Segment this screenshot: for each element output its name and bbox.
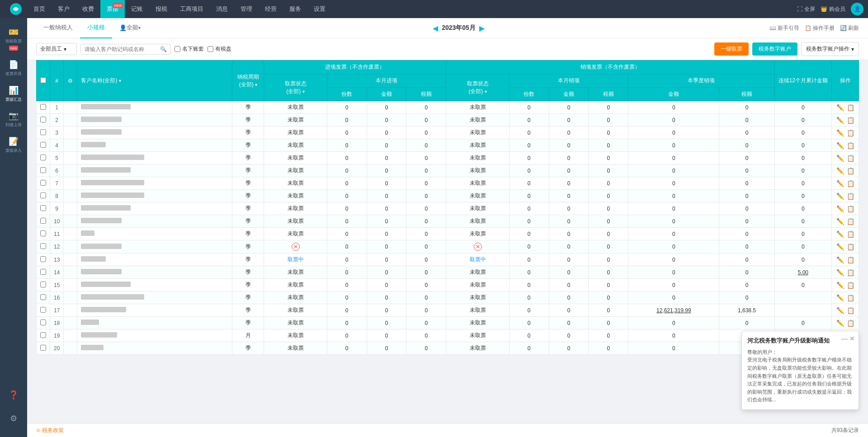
nav-ticket[interactable]: 票据 new — [100, 0, 125, 18]
edit-icon[interactable]: ✏️ — [836, 142, 844, 149]
nav-business[interactable]: 工商项目 — [174, 0, 210, 18]
cell-checkbox[interactable] — [37, 164, 50, 177]
nav-operation[interactable]: 经营 — [259, 0, 283, 18]
edit-icon[interactable]: ✏️ — [836, 294, 844, 301]
sidebar-item-scan-upload[interactable]: 📷 扫描上传 — [0, 106, 27, 132]
copy-icon[interactable]: 📋 — [847, 282, 854, 289]
row-checkbox[interactable] — [40, 294, 46, 300]
copy-icon[interactable]: 📋 — [847, 269, 854, 276]
sidebar-item-ticket-summary[interactable]: 📊 票据汇总 — [0, 81, 27, 107]
nav-customer[interactable]: 客户 — [52, 0, 76, 18]
cell-checkbox[interactable] — [37, 139, 50, 152]
has-tax-disk-checkbox[interactable]: 有税盘 — [208, 45, 231, 53]
copy-icon[interactable]: 📋 — [847, 129, 854, 136]
cell-checkbox[interactable] — [37, 317, 50, 329]
cell-checkbox[interactable] — [37, 127, 50, 139]
sidebar-item-help[interactable]: ❓ — [9, 385, 19, 404]
edit-icon[interactable]: ✏️ — [836, 320, 844, 327]
employee-select[interactable]: 全部员工 ▾ — [36, 43, 77, 55]
row-checkbox[interactable] — [40, 180, 46, 186]
cell-checkbox[interactable] — [37, 190, 50, 202]
cell-checkbox[interactable] — [37, 329, 50, 342]
copy-icon[interactable]: 📋 — [847, 104, 854, 111]
edit-icon[interactable]: ✏️ — [836, 243, 844, 250]
copy-icon[interactable]: 📋 — [847, 117, 854, 124]
tax-digital-account-button[interactable]: 税务数字账户 — [752, 42, 797, 56]
one-click-ticket-button[interactable]: 一键取票 — [714, 42, 749, 56]
row-checkbox[interactable] — [40, 256, 46, 262]
select-all-checkbox[interactable] — [40, 77, 46, 83]
cell-checkbox[interactable] — [37, 114, 50, 127]
row-checkbox[interactable] — [40, 345, 46, 351]
sidebar-item-settings[interactable]: ⚙ — [9, 409, 19, 428]
next-month-button[interactable]: ▶ — [479, 24, 485, 33]
row-checkbox[interactable] — [40, 167, 46, 173]
copy-icon[interactable]: 📋 — [847, 205, 854, 212]
cell-checkbox[interactable] — [37, 152, 50, 164]
edit-icon[interactable]: ✏️ — [836, 129, 844, 136]
nav-tax[interactable]: 报税 — [149, 0, 174, 18]
nav-bookkeeping[interactable]: 记账 — [125, 0, 149, 18]
subordinate-accounts-checkbox[interactable]: 名下账套 — [175, 45, 204, 53]
tab-all[interactable]: 👤 全能 ▾ — [112, 18, 148, 38]
row-checkbox[interactable] — [40, 218, 46, 224]
fullscreen-button[interactable]: ⛶ 全屏 — [797, 5, 815, 13]
nav-service[interactable]: 服务 — [283, 0, 307, 18]
cell-checkbox[interactable] — [37, 279, 50, 291]
app-logo[interactable] — [5, 3, 27, 15]
row-checkbox[interactable] — [40, 104, 46, 110]
refresh-button[interactable]: 🔄 刷新 — [840, 24, 859, 32]
tab-general-taxpayer[interactable]: 一般纳税人 — [36, 18, 80, 38]
nav-manage[interactable]: 管理 — [234, 0, 259, 18]
cell-checkbox[interactable] — [37, 291, 50, 304]
row-checkbox[interactable] — [40, 243, 46, 249]
cell-checkbox[interactable] — [37, 101, 50, 114]
cell-checkbox[interactable] — [37, 266, 50, 279]
search-input[interactable] — [85, 46, 158, 52]
row-checkbox[interactable] — [40, 230, 46, 236]
tax-digital-account-operation-button[interactable]: 税务数字账户操作 ▾ — [801, 42, 859, 56]
edit-icon[interactable]: ✏️ — [836, 307, 844, 314]
new-guide-button[interactable]: 📖 新手引导 — [769, 24, 799, 32]
row-checkbox[interactable] — [40, 269, 46, 275]
vip-button[interactable]: 👑 购会员 — [821, 5, 845, 13]
copy-icon[interactable]: 📋 — [847, 256, 854, 263]
copy-icon[interactable]: 📋 — [847, 294, 854, 301]
row-checkbox[interactable] — [40, 332, 46, 338]
cell-checkbox[interactable] — [37, 215, 50, 228]
cell-checkbox[interactable] — [37, 177, 50, 190]
copy-icon[interactable]: 📋 — [847, 320, 854, 327]
edit-icon[interactable]: ✏️ — [836, 205, 844, 212]
edit-icon[interactable]: ✏️ — [836, 155, 844, 162]
sidebar-item-smart-ticket[interactable]: 🎫 智能取票 new — [0, 23, 27, 55]
cell-checkbox[interactable] — [37, 202, 50, 215]
search-icon[interactable]: 🔍 — [160, 46, 167, 52]
row-checkbox[interactable] — [40, 117, 46, 122]
edit-icon[interactable]: ✏️ — [836, 256, 844, 263]
nav-home[interactable]: 首页 — [27, 0, 52, 18]
edit-icon[interactable]: ✏️ — [836, 230, 844, 238]
row-checkbox[interactable] — [40, 307, 46, 313]
copy-icon[interactable]: 📋 — [847, 167, 854, 174]
row-checkbox[interactable] — [40, 129, 46, 135]
row-checkbox[interactable] — [40, 155, 46, 160]
manual-button[interactable]: 📋 操作手册 — [805, 24, 835, 32]
edit-icon[interactable]: ✏️ — [836, 117, 844, 124]
copy-icon[interactable]: 📋 — [847, 230, 854, 238]
row-checkbox[interactable] — [40, 320, 46, 325]
edit-icon[interactable]: ✏️ — [836, 180, 844, 187]
row-checkbox[interactable] — [40, 205, 46, 211]
prev-month-button[interactable]: ◀ — [433, 24, 438, 33]
copy-icon[interactable]: 📋 — [847, 155, 854, 162]
user-avatar[interactable]: 👤 — [851, 3, 863, 15]
edit-icon[interactable]: ✏️ — [836, 167, 844, 174]
edit-icon[interactable]: ✏️ — [836, 218, 844, 225]
sidebar-item-invoice-open[interactable]: 📄 发票开具 — [0, 55, 27, 81]
row-checkbox[interactable] — [40, 282, 46, 287]
copy-icon[interactable]: 📋 — [847, 218, 854, 225]
nav-fee[interactable]: 收费 — [76, 0, 100, 18]
copy-icon[interactable]: 📋 — [847, 180, 854, 187]
sidebar-item-ticket-entry[interactable]: 📝 票据录入 — [0, 132, 27, 158]
subordinate-accounts-input[interactable] — [175, 46, 180, 52]
tax-policy-link[interactable]: ⊙ 税务政策 — [36, 427, 64, 434]
